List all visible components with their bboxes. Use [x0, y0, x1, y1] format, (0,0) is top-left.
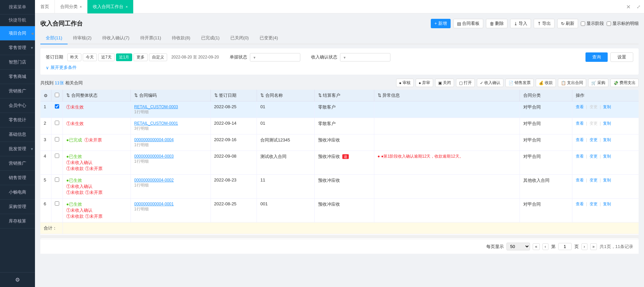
row2-code-link[interactable]: RETAIL_CUSTOM-0001	[134, 121, 178, 126]
show-detail-checkbox[interactable]	[607, 22, 611, 26]
audit-button[interactable]: ● 审核	[396, 79, 414, 87]
row6-edit-btn[interactable]: 变更	[590, 202, 598, 206]
export-button[interactable]: ⤒ 导出	[534, 19, 555, 28]
sidebar-item-retail-mgmt[interactable]: 零售管理 ▼	[0, 41, 35, 55]
row3-copy-btn[interactable]: 复制	[603, 137, 611, 142]
select-all-checkbox[interactable]	[55, 93, 59, 97]
sidebar-item-marketing[interactable]: 营销推广	[0, 84, 35, 98]
delete-button[interactable]: 🗑 删除	[486, 19, 507, 28]
page-size-select[interactable]: 50 100 200	[506, 243, 530, 250]
more-btn[interactable]: 更多	[134, 53, 148, 61]
contract-board-button[interactable]: ▤ 合同看板	[453, 19, 483, 28]
horizontal-scrollbar[interactable]	[40, 235, 639, 238]
last1month-btn[interactable]: 近1月	[116, 53, 132, 61]
expense-out-button[interactable]: 📋 支出合同	[558, 79, 586, 87]
sales-invoice-button[interactable]: 📄 销售发票	[505, 79, 534, 87]
status-tab-completed[interactable]: 已完成(1)	[196, 32, 225, 44]
prev-page-btn[interactable]: ‹	[542, 243, 548, 250]
window-close-icon[interactable]: ✕	[626, 3, 631, 10]
page-number-input[interactable]: 1	[558, 243, 572, 250]
row4-edit-btn[interactable]: 变更	[590, 154, 598, 159]
col-checkbox-header[interactable]	[51, 90, 63, 101]
today-btn[interactable]: 今天	[83, 53, 97, 61]
purchase-button[interactable]: 🛒 采购	[588, 79, 608, 87]
sidebar-item-basic-info[interactable]: 基础信息	[0, 127, 35, 142]
sidebar-quick-nav[interactable]: 快捷导航	[0, 14, 35, 26]
status-tab-pending-audit[interactable]: 待审核(2)	[68, 32, 97, 44]
row6-code-link[interactable]: 0000000000004-0001	[134, 202, 174, 206]
row1-view-btn[interactable]: 查看	[576, 105, 584, 109]
tab-contract-category[interactable]: 合同分类 ×	[55, 0, 87, 13]
row3-edit-btn[interactable]: 变更	[590, 137, 598, 142]
row4-view-btn[interactable]: 查看	[576, 154, 584, 159]
row2-edit-btn[interactable]: 变更	[590, 121, 598, 126]
expand-conditions-btn[interactable]: ∨ 展开更多条件	[46, 65, 633, 71]
row2-copy-btn[interactable]: 复制	[603, 121, 611, 126]
row6-view-btn[interactable]: 查看	[576, 202, 584, 206]
sidebar-settings[interactable]: ⚙	[0, 272, 35, 287]
col-settings-header[interactable]: ⚙	[40, 90, 51, 101]
settings-col-icon[interactable]: ⚙	[44, 93, 48, 98]
refresh-button[interactable]: ↻ 刷新	[557, 19, 578, 28]
status-tab-pending-confirm[interactable]: 待收入确认(7)	[97, 32, 135, 44]
sidebar-item-member[interactable]: 会员中心	[0, 98, 35, 113]
close-tab-income-workbench[interactable]: ×	[125, 0, 127, 13]
sidebar-item-sales-mgmt[interactable]: 销售管理	[0, 171, 35, 185]
row4-checkbox[interactable]	[51, 151, 63, 175]
show-detail-checkbox-label[interactable]: 显示标的明细	[607, 20, 639, 27]
row1-checkbox[interactable]	[51, 101, 63, 118]
import-button[interactable]: ⤓ 导入	[510, 19, 531, 28]
sidebar-item-smart-store[interactable]: 智慧门店	[0, 55, 35, 70]
sidebar-search[interactable]: 搜索菜单	[0, 0, 35, 14]
receive-button[interactable]: 💰 收款	[536, 79, 556, 87]
custom-btn[interactable]: 自定义	[149, 53, 167, 61]
row5-view-btn[interactable]: 查看	[576, 178, 584, 182]
receive-confirm-select[interactable]: ▼	[340, 53, 390, 62]
show-stage-checkbox-label[interactable]: 显示阶段	[581, 20, 604, 27]
sidebar-item-project[interactable]: 项目合同 ◀	[0, 26, 35, 41]
window-maximize-icon[interactable]: ⤢	[637, 4, 641, 9]
row1-edit-btn[interactable]: 变更	[590, 105, 598, 109]
income-confirm-button[interactable]: ✓ 收入确认	[477, 79, 503, 87]
close-button[interactable]: ▣ 关闭	[435, 79, 454, 87]
sidebar-item-marketing2[interactable]: 营销推广	[0, 156, 35, 171]
row1-copy-btn[interactable]: 复制	[603, 105, 611, 109]
row3-checkbox[interactable]	[51, 134, 63, 151]
next-page-btn[interactable]: ›	[581, 243, 588, 250]
sidebar-item-retail-stats[interactable]: 零售统计	[0, 113, 35, 127]
show-stage-checkbox[interactable]	[581, 22, 585, 26]
close-tab-contract-category[interactable]: ×	[80, 0, 82, 13]
row5-code-link[interactable]: 0000000000004-0002	[134, 178, 174, 182]
row4-copy-btn[interactable]: 复制	[603, 154, 611, 159]
row5-checkbox[interactable]	[51, 175, 63, 199]
row2-view-btn[interactable]: 查看	[576, 121, 584, 126]
tab-income-workbench[interactable]: 收入合同工作台 ×	[87, 0, 133, 13]
row3-view-btn[interactable]: 查看	[576, 137, 584, 142]
status-tab-closed[interactable]: 已关闭(0)	[225, 32, 254, 44]
open-button[interactable]: ▢ 打开	[456, 79, 475, 87]
status-tab-pending-receive[interactable]: 待收款(8)	[166, 32, 196, 44]
row6-checkbox[interactable]	[51, 199, 63, 222]
last7days-btn[interactable]: 近7天	[98, 53, 115, 61]
sidebar-item-batch-mgmt[interactable]: 批发管理 ▼	[0, 142, 35, 156]
query-button[interactable]: 查询	[585, 52, 608, 62]
status-tab-pending-invoice[interactable]: 待开票(11)	[135, 32, 166, 44]
yesterday-btn[interactable]: 昨天	[67, 53, 81, 61]
first-page-btn[interactable]: «	[533, 243, 540, 250]
status-tab-changed[interactable]: 已变更(4)	[254, 32, 283, 44]
row2-checkbox[interactable]	[51, 118, 63, 134]
row1-code-link[interactable]: RETAIL_CUSTOM-0003	[134, 105, 178, 109]
row4-code-link[interactable]: 0000000000004-0003	[134, 154, 174, 159]
doc-status-select[interactable]: ▼	[250, 53, 300, 62]
sidebar-item-purchase[interactable]: 采购管理	[0, 200, 35, 214]
tab-home[interactable]: 首页	[35, 0, 55, 13]
status-tab-all[interactable]: 全部(11)	[40, 32, 68, 44]
settings-button[interactable]: 设置	[610, 52, 633, 62]
row5-edit-btn[interactable]: 变更	[590, 178, 598, 182]
sidebar-item-inventory[interactable]: 库存核算	[0, 214, 35, 229]
fee-out-button[interactable]: 💸 费用支出	[610, 79, 639, 87]
abandon-button[interactable]: ● 弃审	[416, 79, 433, 87]
row6-copy-btn[interactable]: 复制	[603, 202, 611, 206]
new-button[interactable]: + 新增	[431, 19, 451, 28]
row3-code-link[interactable]: 0000000000004-0004	[134, 137, 174, 142]
